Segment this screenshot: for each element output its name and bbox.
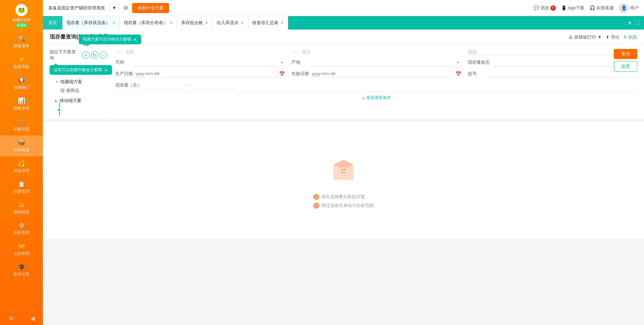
filter-back-button[interactable]: ← bbox=[100, 51, 107, 59]
size-field: 尺码 ▼ bbox=[115, 58, 285, 66]
stock-status-label: 现存量状态 bbox=[468, 59, 490, 65]
batch-no-label: 批号 bbox=[468, 71, 485, 77]
header-settings-icon[interactable]: ⚙ bbox=[123, 5, 128, 11]
marketing-icon: 📢 bbox=[18, 76, 25, 84]
expire-date-label: 失效日期 bbox=[291, 71, 309, 77]
produce-date-wrap: 📅 bbox=[136, 70, 285, 78]
export-icon: ⬆ bbox=[606, 35, 609, 40]
tab-close-summary[interactable]: ✕ bbox=[280, 20, 284, 25]
guide-icon: 🎓 bbox=[18, 263, 25, 271]
goods-dots[interactable]: · · · bbox=[291, 49, 299, 55]
header-right: 💬 消息 9 📱 App下载 🎧 在线客服 👤 用户 bbox=[534, 3, 639, 13]
sidebar-collapse-btn[interactable]: ◀ bbox=[31, 315, 35, 322]
print-dropdown-icon: ▼ bbox=[597, 35, 602, 40]
expire-date-field: 失效日期 📅 bbox=[291, 70, 461, 78]
tab-inout[interactable]: 出入库流水 ✕ bbox=[213, 16, 248, 30]
sidebar-item-finance[interactable]: 💰 资金管理 bbox=[0, 156, 43, 177]
produce-date-field: 生产日期 📅 bbox=[115, 70, 285, 78]
tab-batch[interactable]: 库存批次账 ✕ bbox=[177, 16, 213, 30]
system-selector[interactable]: ▼ bbox=[109, 4, 119, 12]
sidebar-item-purchase[interactable]: 🛒 采购管理 bbox=[0, 115, 43, 136]
filter-refresh-button[interactable]: ↻ bbox=[91, 51, 98, 59]
stock-qty-separator: — bbox=[187, 83, 192, 88]
sidebar-item-enterprise[interactable]: 🤝 企业协同 bbox=[0, 239, 43, 260]
desktop-scheme-header[interactable]: ▼ 电脑端方案 bbox=[52, 77, 107, 86]
support-action[interactable]: 🎧 在线客服 bbox=[590, 5, 614, 11]
sidebar-settings-btn[interactable]: ⚙ bbox=[9, 315, 13, 322]
filter-row-4: 现存量（主） — bbox=[115, 81, 637, 89]
refresh-button[interactable]: ↻ 刷新 bbox=[624, 34, 637, 40]
svg-marker-1 bbox=[333, 160, 354, 165]
filter-row-2: 尺码 ▼ 产地 bbox=[115, 58, 637, 66]
sidebar-nav: 🔍 搜索菜单 ⚡ 快捷导航 📢 营销推广 📊 销售管理 🛒 采购管理 📦 库存核… bbox=[0, 32, 43, 312]
sidebar-item-operations[interactable]: 📋 经营管理 bbox=[0, 177, 43, 198]
sidebar-item-sales[interactable]: 📊 销售管理 bbox=[0, 94, 43, 115]
logo-icon: 🐸 bbox=[15, 4, 28, 16]
user-action[interactable]: 👤 用户 bbox=[619, 3, 639, 13]
collapse-bar[interactable]: ∧ 收起更多条件 bbox=[115, 92, 637, 103]
tab-close-inventory-dist[interactable]: ✕ bbox=[169, 20, 173, 25]
tab-summary[interactable]: 收发存汇总表 ✕ bbox=[248, 16, 288, 30]
sidebar-item-system[interactable]: ⚙ 系统管理 bbox=[0, 218, 43, 239]
inventory-icon: 📦 bbox=[18, 139, 25, 146]
sidebar-bottom: ⚙ ◀ bbox=[0, 312, 43, 325]
produce-date-input[interactable] bbox=[136, 70, 278, 78]
tab-inventory-status[interactable]: 现存量（库存状况表） ✕ bbox=[62, 16, 120, 30]
sidebar-item-search[interactable]: 🔍 搜索菜单 bbox=[0, 32, 43, 52]
tab-expand[interactable]: ⛶ bbox=[635, 20, 640, 26]
color-select-wrap: 颜色 ▼ bbox=[468, 49, 637, 55]
edit-tooltip: 这里可以创建和修改方案哦 ✕ bbox=[50, 65, 112, 75]
trial-button[interactable]: 体验行业方案 bbox=[132, 3, 169, 13]
print-button[interactable]: 🖨 按模板打印 ▼ bbox=[569, 34, 602, 40]
edit-tooltip-close[interactable]: ✕ bbox=[104, 67, 108, 73]
scheme-item-by-goods[interactable]: 按 接商品 bbox=[52, 86, 107, 95]
goods-field: · · · 商品 bbox=[291, 49, 461, 55]
sidebar: 🐸 畅通好生意 标准版 🔍 搜索菜单 ⚡ 快捷导航 📢 营销推广 📊 销售管理 … bbox=[0, 0, 43, 325]
stock-qty-from[interactable] bbox=[144, 81, 184, 89]
scheme-group-mobile: ▶ 移动端方案 bbox=[52, 96, 107, 105]
tab-inventory-dist[interactable]: 现存量（库存分布表） ✕ bbox=[120, 16, 177, 30]
size-label: 尺码 bbox=[115, 59, 132, 65]
scheme-list: ▼ 电脑端方案 按 接商品 ▶ 移动端方案 bbox=[50, 77, 107, 109]
stock-qty-to[interactable] bbox=[194, 81, 234, 89]
add-tooltip: 电脑方案可设为移动方案哦 ✕ bbox=[79, 35, 141, 44]
empty-illustration bbox=[323, 151, 364, 186]
header-left: 装备及固定资产辅助管理系统 ▼ ⚙ 体验行业方案 bbox=[48, 3, 169, 13]
tab-close-all[interactable]: ✕ bbox=[628, 20, 632, 26]
message-icon: 💬 bbox=[534, 5, 539, 10]
add-tooltip-close[interactable]: ✕ bbox=[133, 37, 137, 42]
filter-add-button[interactable]: + bbox=[82, 51, 90, 59]
tab-close-batch[interactable]: ✕ bbox=[205, 20, 208, 25]
quicknav-icon: ⚡ bbox=[18, 56, 25, 63]
produce-date-calendar-icon[interactable]: 📅 bbox=[279, 71, 285, 76]
origin-label: 产地 bbox=[291, 59, 308, 65]
warehouse-input-wrap: 仓库 bbox=[125, 49, 285, 55]
sidebar-item-guide[interactable]: 🎓 新手引导 bbox=[0, 260, 43, 281]
sidebar-item-quicknav[interactable]: ⚡ 快捷导航 bbox=[0, 52, 43, 73]
empty-tip-2: 2 用过滤条件来缩小分析范围 bbox=[313, 201, 374, 210]
basic-icon: 🗂 bbox=[18, 201, 24, 208]
finance-icon: 💰 bbox=[18, 160, 25, 167]
filter-header: 按以下方案查询 + ↻ ← 电脑方案可设为移动方案哦 ✕ bbox=[50, 49, 107, 61]
tab-home[interactable]: 首页 bbox=[43, 16, 62, 30]
expire-date-calendar-icon[interactable]: 📅 bbox=[455, 71, 461, 76]
search-icon: 🔍 bbox=[18, 35, 25, 42]
sidebar-item-marketing[interactable]: 📢 营销推广 bbox=[0, 73, 43, 94]
sidebar-item-basic[interactable]: 🗂 基础信息 bbox=[0, 198, 43, 218]
expire-date-input[interactable] bbox=[312, 70, 454, 78]
tab-close-inout[interactable]: ✕ bbox=[240, 20, 244, 25]
size-select[interactable] bbox=[135, 58, 285, 66]
sidebar-item-inventory[interactable]: 📦 库存核算 bbox=[0, 136, 43, 156]
export-button[interactable]: ⬆ 导出 bbox=[606, 34, 620, 40]
mobile-scheme-header[interactable]: ▶ 移动端方案 bbox=[52, 96, 107, 105]
sales-icon: 📊 bbox=[18, 97, 25, 105]
tab-close-inventory-status[interactable]: ✕ bbox=[112, 20, 115, 25]
messages-action[interactable]: 💬 消息 9 bbox=[534, 5, 556, 11]
top-header: 装备及固定资产辅助管理系统 ▼ ⚙ 体验行业方案 💬 消息 9 📱 App下载 … bbox=[43, 0, 644, 16]
origin-select[interactable] bbox=[311, 58, 461, 66]
search-button[interactable]: 查询 bbox=[614, 49, 637, 59]
app-download-action[interactable]: 📱 App下载 bbox=[561, 5, 584, 11]
warehouse-dots[interactable]: · · · bbox=[115, 49, 123, 55]
reset-button[interactable]: 设置 bbox=[614, 61, 637, 72]
stock-qty-label: 现存量（主） bbox=[115, 82, 142, 88]
